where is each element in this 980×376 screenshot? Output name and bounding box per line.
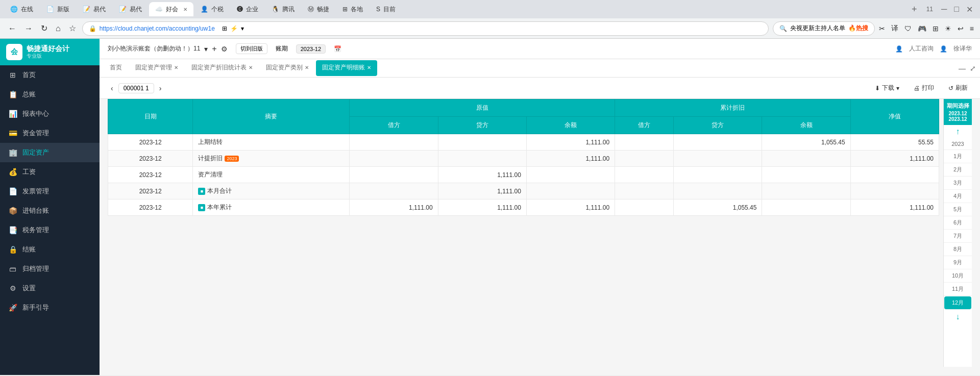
settings-account-icon[interactable]: ⚙ [221,45,228,53]
sidebar-item-tax[interactable]: 📑税务管理 [0,220,100,240]
period-month-5月[interactable]: 5月 [944,203,972,216]
print-button[interactable]: 🖨 打印 [910,82,938,94]
period-scroll-down-button[interactable]: ↓ [944,310,972,323]
sidebar-item-invoice[interactable]: 📄发票管理 [0,182,100,201]
period-month-4月[interactable]: 4月 [944,190,972,203]
next-page-button[interactable]: › [156,83,165,93]
user-name-label[interactable]: 徐译华 [953,44,972,53]
sidebar-item-closing[interactable]: 🔒结账 [0,240,100,259]
minimize-panel-button[interactable]: — [959,64,966,72]
period-year[interactable]: 2023 [944,138,972,150]
translate-icon[interactable]: 译 [891,24,898,33]
period-month-12月[interactable]: 12月 [944,296,971,310]
period-label: 账期 [276,44,288,53]
page-tab-fixed-assets-mgmt[interactable]: 固定资产管理✕ [129,60,184,76]
sidebar-icon-guide: 🚀 [8,303,17,312]
close-window-button[interactable]: ✕ [963,5,976,14]
page-tab-asset-ledger[interactable]: 固定资产明细账✕ [316,60,377,76]
period-month-10月[interactable]: 10月 [944,269,972,283]
cell-leji-balance: 1,055.45 [762,134,850,151]
game-icon[interactable]: 🎮 [918,24,926,33]
cell-leji-debit [615,134,674,151]
tab-close-icon[interactable]: ✕ [183,7,187,12]
search-bar[interactable]: 🔍 央视更新主持人名单 🔥热搜 [773,21,875,36]
user-account-name: 刘小艳演示账套（勿删勿动！）11 [108,44,200,53]
grid-icon[interactable]: ⊞ [933,24,939,33]
browser-tab-bar: 🌐在线📄新版📝易代📝易代☁️好会✕👤个税🅒企业🐧腾讯Ⓜ畅捷⊞各地S目前 + 11… [0,0,980,18]
undo-icon[interactable]: ↩ [958,24,964,33]
period-month-2月[interactable]: 2月 [944,163,972,177]
dropdown-arrow-icon[interactable]: ▾ [204,45,208,53]
browser-tab-tab3[interactable]: 📝易代 [77,2,112,16]
shield-icon[interactable]: 🛡 [904,24,912,33]
bookmark-button[interactable]: ☆ [67,21,78,35]
period-month-6月[interactable]: 6月 [944,216,972,230]
calendar-icon[interactable]: 📅 [334,45,341,53]
sidebar-item-fixed-assets[interactable]: 🏢固定资产 [0,143,100,162]
page-tab-close-asset-category[interactable]: ✕ [305,65,309,70]
switch-to-old-button[interactable]: 切到旧版 [236,43,267,54]
refresh-button[interactable]: ↺ 刷新 [944,82,972,94]
home-button[interactable]: ⌂ [54,22,63,35]
page-tab-depreciation-stats[interactable]: 固定资产折旧统计表✕ [185,60,259,76]
hot-search-label[interactable]: 🔥热搜 [848,24,868,33]
customer-service-label[interactable]: 人工咨询 [909,44,934,53]
sidebar-item-settings[interactable]: ⚙设置 [0,279,100,298]
sidebar-item-archive[interactable]: 🗃归档管理 [0,259,100,279]
page-tab-home[interactable]: 首页 [104,60,128,76]
url-text: https://cloud.chanjet.com/accounting/uw1… [100,25,215,32]
browser-tab-tab5[interactable]: ☁️好会✕ [149,2,193,16]
sidebar-item-payroll[interactable]: 💰工资 [0,162,100,182]
period-month-1月[interactable]: 1月 [944,150,972,163]
menu-icon[interactable]: ≡ [970,24,974,33]
browser-tab-tab7[interactable]: 🅒企业 [231,2,264,16]
download-button[interactable]: ⬇ 下载 ▾ [871,82,903,94]
address-bar[interactable]: 🔒 https://cloud.chanjet.com/accounting/u… [82,21,769,36]
browser-tab-tab1[interactable]: 🌐在线 [4,2,39,16]
search-text: 央视更新主持人名单 [790,24,845,33]
sidebar-item-general-ledger[interactable]: 📋总账 [0,85,100,104]
download-dropdown-icon[interactable]: ▾ [896,85,899,92]
scissors-icon[interactable]: ✂ [879,24,885,33]
page-tab-close-fixed-assets-mgmt[interactable]: ✕ [174,65,178,70]
page-tab-asset-category[interactable]: 固定资产类别✕ [260,60,315,76]
browser-tab-tab9[interactable]: Ⓜ畅捷 [302,2,335,16]
sun-icon[interactable]: ☀ [945,24,951,33]
period-scroll-up-button[interactable]: ↑ [944,125,972,138]
page-tab-close-asset-ledger[interactable]: ✕ [367,65,371,70]
period-month-8月[interactable]: 8月 [944,243,972,256]
sidebar-label-guide: 新手引导 [22,303,49,312]
maximize-button[interactable]: □ [951,5,962,14]
lightning-icon[interactable]: ⚡ [230,25,238,32]
cell-net-value [850,183,939,199]
sidebar-item-inventory[interactable]: 📦进销台账 [0,201,100,220]
browser-tab-tab8[interactable]: 🐧腾讯 [265,2,301,16]
browser-tab-tab10[interactable]: ⊞各地 [336,2,369,16]
sidebar-item-home[interactable]: ⊞首页 [0,65,100,85]
page-input[interactable] [118,83,154,93]
maximize-panel-button[interactable]: ⤢ [970,64,976,72]
period-month-7月[interactable]: 7月 [944,230,972,243]
forward-button[interactable]: → [22,22,35,35]
browser-tab-tab2[interactable]: 📄新版 [40,2,76,16]
browser-tab-tab11[interactable]: S目前 [370,2,402,16]
sidebar-item-reports[interactable]: 📊报表中心 [0,104,100,123]
sidebar-item-guide[interactable]: 🚀新手引导 [0,298,100,317]
sidebar-item-funds[interactable]: 💳资金管理 [0,123,100,143]
period-month-9月[interactable]: 9月 [944,256,972,269]
new-tab-button[interactable]: + [908,4,921,15]
add-account-button[interactable]: + [212,44,216,54]
period-month-3月[interactable]: 3月 [944,177,972,190]
cell-date: 2023-12 [108,134,193,151]
back-button[interactable]: ← [6,22,18,35]
period-month-11月[interactable]: 11月 [944,283,972,296]
qr-icon[interactable]: ⊞ [222,25,227,32]
browser-tab-tab4[interactable]: 📝易代 [113,2,148,16]
browser-tab-tab6[interactable]: 👤个税 [194,2,230,16]
customer-service-icon: 👤 [895,45,903,53]
prev-page-button[interactable]: ‹ [108,83,116,93]
dropdown-icon[interactable]: ▾ [241,25,244,32]
minimize-button[interactable]: ─ [938,5,950,14]
reload-button[interactable]: ↻ [39,21,50,35]
page-tab-close-depreciation-stats[interactable]: ✕ [249,65,253,70]
